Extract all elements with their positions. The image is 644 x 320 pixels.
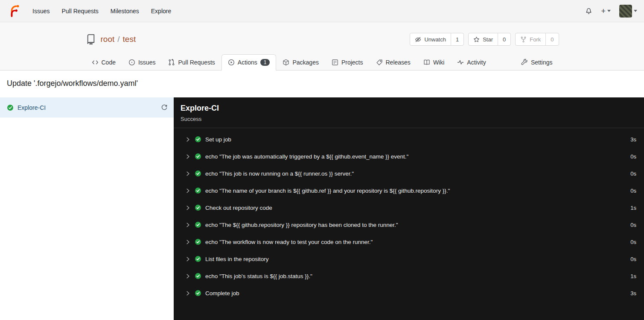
fork-button[interactable]: Fork xyxy=(516,33,545,45)
fork-count[interactable]: 0 xyxy=(545,33,558,45)
jobs-sidebar: Explore-CI xyxy=(0,97,174,320)
repo-header: root / test Unwatch 1 xyxy=(0,22,644,70)
unwatch-label: Unwatch xyxy=(424,36,446,43)
main-nav: Issues Pull Requests Milestones Explore xyxy=(26,4,177,18)
nav-item-pull-requests[interactable]: Pull Requests xyxy=(55,4,104,18)
plus-icon: + xyxy=(601,7,606,15)
tab-code[interactable]: Code xyxy=(85,54,122,70)
step-label: echo "The workflow is now ready to test … xyxy=(205,239,373,245)
tab-label: Wiki xyxy=(433,59,444,66)
tab-pull-requests[interactable]: Pull Requests xyxy=(162,54,221,70)
step-label: echo "The ${{ github.repository }} repos… xyxy=(205,222,398,228)
tab-label: Releases xyxy=(386,59,411,66)
step-duration: 0s xyxy=(630,256,636,262)
step-row[interactable]: echo "This job is now running on a ${{ r… xyxy=(174,165,644,182)
repo-icon xyxy=(85,34,96,45)
success-check-icon xyxy=(195,204,201,211)
repo-title-row: root / test Unwatch 1 xyxy=(85,32,559,47)
tab-label: Code xyxy=(102,59,116,66)
repo-tabs: Code Issues Pull Requests Actions 1 Pack… xyxy=(85,54,559,70)
workflow-run-title: Update '.forgejo/workflows/demo.yaml' xyxy=(0,70,644,97)
sidebar-job-explore-ci[interactable]: Explore-CI xyxy=(0,97,174,117)
job-status-text: Success xyxy=(181,116,637,122)
step-duration: 0s xyxy=(630,222,636,228)
step-label: echo "This job's status is ${{ job.statu… xyxy=(205,273,312,279)
job-title: Explore-CI xyxy=(181,104,637,113)
step-row[interactable]: echo "The job was automatically triggere… xyxy=(174,148,644,165)
job-panel-header: Explore-CI Success xyxy=(174,97,644,128)
repo-action-buttons: Unwatch 1 Star 0 xyxy=(410,33,559,46)
success-check-icon xyxy=(195,238,201,245)
wrench-icon xyxy=(521,59,528,66)
star-button[interactable]: Star xyxy=(469,33,498,45)
watch-count[interactable]: 1 xyxy=(451,33,463,45)
star-count[interactable]: 0 xyxy=(498,33,510,45)
notifications-bell-icon[interactable] xyxy=(585,7,592,15)
step-row[interactable]: List files in the repository 0s xyxy=(174,250,644,267)
step-row[interactable]: echo "The workflow is now ready to test … xyxy=(174,233,644,250)
tag-icon xyxy=(376,59,383,66)
tab-actions[interactable]: Actions 1 xyxy=(221,54,277,70)
actions-count-badge: 1 xyxy=(260,59,270,66)
user-menu[interactable] xyxy=(619,5,637,18)
step-duration: 0s xyxy=(630,153,636,160)
success-check-icon xyxy=(7,104,14,111)
success-check-icon xyxy=(195,187,201,194)
tab-settings[interactable]: Settings xyxy=(515,54,559,70)
nav-item-explore[interactable]: Explore xyxy=(145,4,177,18)
tab-label: Issues xyxy=(138,59,155,66)
nav-item-issues[interactable]: Issues xyxy=(26,4,55,18)
code-icon xyxy=(92,59,99,66)
tab-projects[interactable]: Projects xyxy=(325,54,370,70)
navbar-right: + xyxy=(585,5,637,18)
step-row[interactable]: echo "The name of your branch is ${{ git… xyxy=(174,182,644,199)
step-label: echo "The job was automatically triggere… xyxy=(205,153,408,160)
tab-label: Projects xyxy=(341,59,363,66)
step-row[interactable]: Check out repository code 1s xyxy=(174,199,644,216)
forgejo-logo[interactable] xyxy=(7,4,20,18)
star-icon xyxy=(473,36,480,43)
step-duration: 3s xyxy=(630,136,636,143)
fork-label: Fork xyxy=(530,36,541,43)
tab-label: Packages xyxy=(292,59,318,66)
step-label: echo "The name of your branch is ${{ git… xyxy=(205,188,450,194)
step-label: List files in the repository xyxy=(205,256,269,262)
steps-list: Set up job 3s echo "The job was automati… xyxy=(174,128,644,302)
chevron-down-icon xyxy=(607,10,611,12)
step-duration: 0s xyxy=(630,170,636,177)
repo-owner-link[interactable]: root xyxy=(101,35,115,44)
star-button-group: Star 0 xyxy=(468,33,511,46)
unwatch-button[interactable]: Unwatch xyxy=(410,33,451,45)
tab-wiki[interactable]: Wiki xyxy=(417,54,451,70)
nav-item-milestones[interactable]: Milestones xyxy=(105,4,145,18)
step-row[interactable]: Set up job 3s xyxy=(174,131,644,148)
tab-issues[interactable]: Issues xyxy=(122,54,162,70)
repo-name-link[interactable]: test xyxy=(123,35,136,44)
chevron-right-icon xyxy=(185,154,191,159)
star-label: Star xyxy=(483,36,493,43)
step-label: Check out repository code xyxy=(205,205,272,211)
tab-packages[interactable]: Packages xyxy=(276,54,325,70)
package-icon xyxy=(283,59,289,66)
step-row[interactable]: echo "This job's status is ${{ job.statu… xyxy=(174,267,644,285)
success-check-icon xyxy=(195,153,201,160)
step-duration: 0s xyxy=(630,239,636,245)
user-avatar xyxy=(619,5,632,18)
success-check-icon xyxy=(195,255,201,262)
rerun-refresh-icon[interactable] xyxy=(161,104,168,111)
top-navbar: Issues Pull Requests Milestones Explore … xyxy=(0,0,644,22)
pull-request-icon xyxy=(168,59,175,66)
play-circle-icon xyxy=(228,59,235,66)
tab-releases[interactable]: Releases xyxy=(370,54,417,70)
step-row[interactable]: echo "The ${{ github.repository }} repos… xyxy=(174,216,644,233)
tab-activity[interactable]: Activity xyxy=(451,54,492,70)
tab-label: Actions xyxy=(238,59,257,66)
step-label: Set up job xyxy=(205,136,231,143)
step-row[interactable]: Complete job 3s xyxy=(174,285,644,302)
create-new-button[interactable]: + xyxy=(601,7,611,15)
job-log-panel: Explore-CI Success Set up job 3s echo "T… xyxy=(174,97,644,320)
success-check-icon xyxy=(195,170,201,177)
tab-label: Pull Requests xyxy=(178,59,215,66)
step-duration: 3s xyxy=(630,290,636,297)
run-layout: Explore-CI Explore-CI Success Set up job… xyxy=(0,97,644,320)
